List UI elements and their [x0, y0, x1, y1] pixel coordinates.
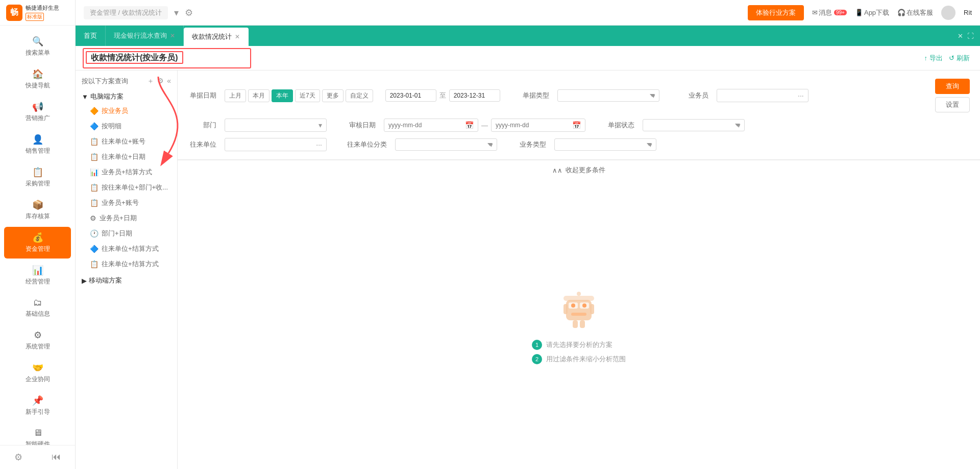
preset-this-year[interactable]: 本年 [272, 89, 293, 102]
collapse-more-btn[interactable]: ∧∧ 收起更多条件 [178, 160, 980, 180]
sidebar-item-corp[interactable]: 🤝 企业协同 [4, 357, 71, 389]
trial-button[interactable]: 体验行业方案 [748, 5, 804, 20]
scheme-item-unit-account-label: 往来单位+账号 [102, 137, 145, 146]
tab-receipt-stats[interactable]: 收款情况统计 ✕ [184, 28, 249, 46]
corp-icon: 🤝 [32, 362, 43, 373]
calendar-to-icon[interactable]: 📅 [572, 121, 581, 129]
sidebar-item-search[interactable]: 🔍 搜索菜单 [4, 31, 71, 62]
hardware-icon: 🖥 [33, 428, 42, 438]
tab-bank-flow[interactable]: 现金银行流水查询 ✕ [106, 26, 184, 46]
preset-more[interactable]: 更多 [322, 89, 344, 102]
business-type-select[interactable] [554, 138, 656, 151]
preset-this-month[interactable]: 本月 [248, 89, 270, 102]
content-body: 按以下方案查询 ＋ ⚙ « ▼ 电脑端方案 🔶 按业务员 [76, 71, 980, 469]
empty-tip-2: 2 用过滤条件来缩小分析范围 [532, 354, 626, 364]
sidebar-item-finance-label: 资金管理 [26, 245, 50, 253]
review-date-dash: — [481, 122, 488, 129]
scheme-item-unit-dept[interactable]: 📋 按往来单位+部门+收... [76, 180, 177, 195]
guide-icon: 📌 [32, 395, 43, 406]
review-date-to-input[interactable] [496, 122, 572, 129]
staff-more-icon[interactable]: ··· [798, 91, 804, 100]
tab-close-all-icon[interactable]: ✕ [958, 32, 963, 40]
sidebar-item-system[interactable]: ⚙ 系统管理 [4, 324, 71, 356]
settings-bottom-icon[interactable]: ⚙ [14, 452, 22, 463]
collapse-label: 收起更多条件 [566, 166, 605, 175]
sidebar-item-hardware-label: 智能硬件 [26, 440, 50, 445]
export-button[interactable]: ↑ 导出 [924, 54, 943, 63]
sidebar-item-guide-label: 新手引导 [26, 408, 50, 416]
scheme-item-staff-date[interactable]: ⚙ 业务员+日期 [76, 210, 177, 226]
sidebar-item-guide[interactable]: 📌 新手引导 [4, 390, 71, 421]
sidebar-item-finance[interactable]: 💰 资金管理 [4, 227, 71, 259]
sidebar-item-inventory-label: 库存核算 [26, 212, 50, 221]
app-download-area[interactable]: 📱 App下载 [855, 8, 889, 17]
bill-status-label: 单据状态 [606, 121, 634, 130]
unit-date-icon: 📋 [90, 153, 99, 161]
date-to-input[interactable] [449, 89, 500, 102]
staff-input[interactable] [721, 92, 798, 99]
scheme-item-unit-settle1[interactable]: 🔷 往来单位+结算方式 [76, 241, 177, 256]
sidebar-item-inventory[interactable]: 📦 库存核算 [4, 194, 71, 226]
preset-7days[interactable]: 近7天 [295, 89, 320, 102]
dept-dropdown-icon[interactable]: ▾ [318, 121, 322, 129]
preset-last-month[interactable]: 上月 [225, 89, 246, 102]
unit-dept-icon: 📋 [90, 183, 99, 192]
right-panel: 单据日期 上月 本月 本年 近7天 更多 自定义 至 [178, 71, 980, 469]
review-date-from-input[interactable] [388, 122, 465, 129]
counterpart-input[interactable] [229, 141, 316, 148]
add-scheme-icon[interactable]: ＋ [147, 77, 154, 86]
online-service-area[interactable]: 🎧 在线客服 [897, 8, 933, 17]
sidebar-item-marketing[interactable]: 📢 营销推广 [4, 96, 71, 128]
collapse-panel-icon[interactable]: « [167, 77, 171, 86]
avatar[interactable] [941, 6, 955, 20]
scheme-item-by-detail[interactable]: 🔷 按明细 [76, 119, 177, 134]
tab-expand-icon[interactable]: ⛶ [967, 32, 974, 40]
inventory-icon: 📦 [32, 199, 43, 210]
query-button[interactable]: 查询 [935, 79, 970, 94]
scheme-item-unit-account[interactable]: 📋 往来单位+账号 [76, 134, 177, 149]
calendar-from-icon[interactable]: 📅 [465, 121, 474, 129]
settings-icon[interactable]: ⚙ [185, 7, 193, 18]
date-label: 单据日期 [188, 91, 216, 100]
tab-receipt-stats-close[interactable]: ✕ [235, 33, 240, 40]
counterpart-category-select[interactable] [395, 138, 497, 151]
business-type-label: 业务类型 [518, 140, 546, 149]
bill-type-select[interactable] [557, 89, 659, 102]
sidebar-item-purchase[interactable]: 📋 采购管理 [4, 161, 71, 193]
dept-input[interactable] [229, 122, 318, 129]
scheme-item-dept-date[interactable]: 🕐 部门+日期 [76, 226, 177, 241]
scheme-group-desktop-title[interactable]: ▼ 电脑端方案 [76, 90, 177, 103]
logo-area: 畅 畅捷通好生意 标准版 [0, 0, 75, 26]
page-header-actions: ↑ 导出 ↺ 刷新 [924, 54, 970, 63]
counterpart-more-icon[interactable]: ··· [316, 140, 322, 149]
message-area[interactable]: ✉ 消息 99+ [812, 8, 847, 17]
sidebar-item-hardware[interactable]: 🖥 智能硬件 [4, 423, 71, 445]
scheme-group-mobile-label: 移动端方案 [89, 276, 122, 285]
scheme-item-staff-settle[interactable]: 📊 业务员+结算方式 [76, 165, 177, 180]
svg-point-11 [577, 292, 581, 296]
refresh-button[interactable]: ↺ 刷新 [949, 54, 970, 63]
preset-custom[interactable]: 自定义 [346, 89, 373, 102]
sidebar-item-sales[interactable]: 👤 销售管理 [4, 129, 71, 160]
scheme-item-unit-date[interactable]: 📋 往来单位+日期 [76, 149, 177, 165]
set-button[interactable]: 设置 [935, 97, 970, 112]
breadcrumb-dropdown-icon[interactable]: ▾ [174, 7, 179, 18]
bill-status-select[interactable] [643, 119, 745, 131]
scheme-group-mobile-title[interactable]: ▶ 移动端方案 [76, 274, 177, 287]
logo-text: 畅捷通好生意 [26, 4, 59, 11]
sidebar-item-operation-label: 经营管理 [26, 277, 50, 286]
sidebar-item-operation[interactable]: 📊 经营管理 [4, 260, 71, 291]
scheme-item-unit-settle2[interactable]: 📋 往来单位+结算方式 [76, 256, 177, 272]
tab-bank-flow-close[interactable]: ✕ [170, 32, 175, 39]
collapse-sidebar-icon[interactable]: ⏮ [52, 452, 61, 463]
scheme-item-staff-settle-label: 业务员+结算方式 [102, 168, 152, 177]
sidebar-item-quick-nav-label: 快捷导航 [26, 81, 50, 90]
scheme-item-by-staff[interactable]: 🔶 按业务员 [76, 103, 177, 119]
sidebar-item-basic[interactable]: 🗂 基础信息 [4, 292, 71, 323]
scheme-settings-icon[interactable]: ⚙ [157, 77, 164, 86]
tab-home[interactable]: 首页 [76, 26, 106, 46]
scheme-item-staff-account[interactable]: 📋 业务员+账号 [76, 195, 177, 210]
scheme-item-unit-dept-label: 按往来单位+部门+收... [102, 183, 168, 192]
sidebar-item-quick-nav[interactable]: 🏠 快捷导航 [4, 63, 71, 95]
date-from-input[interactable] [385, 89, 436, 102]
